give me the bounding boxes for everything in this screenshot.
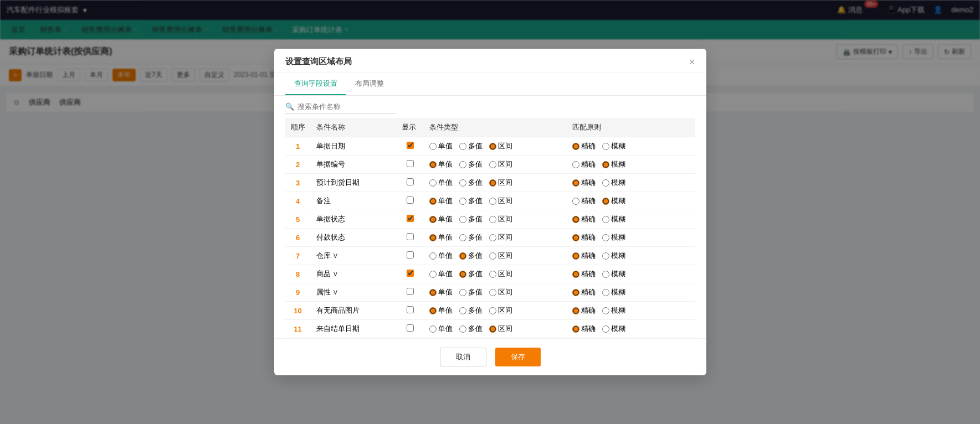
search-input[interactable]	[297, 102, 386, 111]
modal-header: 设置查询区域布局 ×	[274, 49, 706, 73]
tab-query-fields[interactable]: 查询字段设置	[285, 73, 346, 95]
th-match: 匹配原则	[567, 118, 695, 119]
conditions-table: 顺序 条件名称 显示 条件类型 匹配原则 1单据日期单值多值区间精确模糊2单据编…	[285, 118, 695, 119]
modal-title: 设置查询区域布局	[285, 56, 352, 67]
search-box: 🔍	[285, 102, 396, 113]
th-show: 显示	[396, 118, 424, 119]
table-header-row: 顺序 条件名称 显示 条件类型 匹配原则	[285, 118, 695, 119]
th-seq: 顺序	[285, 118, 311, 119]
settings-modal: 设置查询区域布局 × 查询字段设置 布局调整 🔍 顺序 条件名称 显示	[274, 49, 706, 119]
modal-close-button[interactable]: ×	[689, 57, 695, 67]
modal-table-wrap: 顺序 条件名称 显示 条件类型 匹配原则 1单据日期单值多值区间精确模糊2单据编…	[285, 118, 695, 119]
modal-tab-bar: 查询字段设置 布局调整	[274, 73, 706, 96]
th-name: 条件名称	[311, 118, 397, 119]
modal-overlay: 设置查询区域布局 × 查询字段设置 布局调整 🔍 顺序 条件名称 显示	[0, 0, 980, 119]
modal-search-area: 🔍	[274, 96, 706, 118]
search-icon: 🔍	[285, 102, 294, 111]
th-type: 条件类型	[424, 118, 567, 119]
tab-layout-adjust[interactable]: 布局调整	[346, 73, 393, 95]
